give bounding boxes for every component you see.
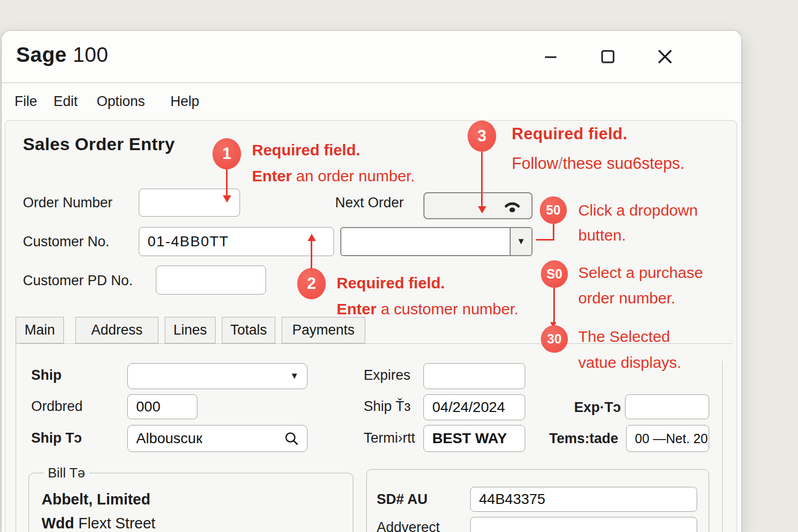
step3-line2-slash: / <box>558 154 563 172</box>
sd-input[interactable]: 44B43375 <box>470 487 697 512</box>
step50-connector-h <box>536 239 554 241</box>
step1-line2-bold: Enter <box>252 167 292 184</box>
content-left-border <box>16 343 16 532</box>
next-order-icon <box>501 197 523 215</box>
customer-no-label: Customer No. <box>23 234 110 250</box>
stepS0-text-line2: order number. <box>578 289 675 307</box>
po-dropdown-value <box>341 228 510 255</box>
step1-arrow-line <box>226 169 228 196</box>
exp-to-input[interactable] <box>625 394 709 419</box>
close-button[interactable] <box>656 48 674 65</box>
next-order-label: Next Order <box>335 195 404 211</box>
tab-lines[interactable]: Lines <box>165 317 216 343</box>
step3-badge: 3 <box>468 121 496 152</box>
step1-arrowhead <box>223 195 231 203</box>
step1-badge: 1 <box>212 138 241 169</box>
step50-badge: 50 <box>540 196 567 224</box>
ship-label: Ship <box>31 367 62 383</box>
ship-to-input[interactable]: Albouscuк <box>127 425 308 452</box>
step3-line2-rest: these suɑ6steps. <box>563 154 684 172</box>
bill-to-street-bold: Wdd <box>42 515 74 531</box>
bill-to-name: Abbelt, Limited <box>42 491 150 508</box>
chevron-down-icon: ▼ <box>290 371 299 381</box>
menu-bar: File Edit Options Help <box>2 84 741 118</box>
order-number-label: Order Number <box>23 195 113 211</box>
step50-text-line2: butten. <box>578 227 626 244</box>
step3-arrow-line <box>481 152 483 207</box>
step2-badge: 2 <box>297 268 326 299</box>
terms-input[interactable]: BEST WAY <box>423 425 525 452</box>
ship-date-label: Ship Ťɜ <box>364 398 410 415</box>
step30-text-line2: vatue displays. <box>578 354 681 371</box>
step2-line2-rest: a customer number. <box>377 300 518 317</box>
menu-help[interactable]: Help <box>170 94 200 110</box>
step2-arrowhead <box>308 234 316 241</box>
tab-payments[interactable]: Payments <box>282 317 365 343</box>
title-bar: Sage 100 <box>2 31 741 83</box>
step2-arrow-line <box>311 240 312 269</box>
tab-main[interactable]: Main <box>16 317 64 343</box>
chevron-down-icon: ▼ <box>517 236 526 247</box>
bill-to-street-rest: Flext Street <box>74 515 155 531</box>
step1-text-line1: Required field. <box>252 141 360 159</box>
expires-label: Expires <box>364 367 410 383</box>
app-title-brand: Sage <box>16 43 67 66</box>
step50-connector-v <box>553 224 554 241</box>
right-divider <box>722 361 723 532</box>
stepS0-connector <box>553 288 555 326</box>
step50-text-line1: Click a dropdown <box>578 202 698 219</box>
exp-to-label: Exp·Tɔ <box>574 400 621 416</box>
step30-badge: 30 <box>541 325 568 353</box>
expires-input[interactable] <box>423 363 525 389</box>
step2-text-line1: Required field. <box>337 274 445 292</box>
bill-to-street: Wdd Flext Street <box>42 515 155 532</box>
menu-options[interactable]: Options <box>97 94 145 110</box>
stepS0-badge: S0 <box>541 260 568 288</box>
step2-text-line2: Enter a customer number. <box>337 300 518 318</box>
step3-text-line2: Follow/these suɑ6steps. <box>512 154 685 173</box>
step30-text-line1: The Selected <box>578 328 670 345</box>
ship-to-value: Albouscuк <box>136 430 284 447</box>
order-number-input[interactable] <box>139 189 240 217</box>
bill-to-legend: Bill Tə <box>44 465 89 481</box>
page-title: Sales Order Entry <box>23 134 175 154</box>
menu-file[interactable]: File <box>15 94 37 110</box>
stepS0-text-line1: Select a purchase <box>578 264 703 282</box>
terms-code-input[interactable]: 00 —Net. 20 <box>626 425 709 452</box>
step3-line2-start: Follow <box>512 154 558 172</box>
app-title: Sage 100 <box>16 43 108 66</box>
tab-totals[interactable]: Totals <box>222 317 275 343</box>
terms-code-label: Tems:tade <box>549 431 618 447</box>
po-dropdown-button[interactable]: ▼ <box>510 228 531 255</box>
ship-dropdown[interactable]: ▼ <box>127 363 308 389</box>
search-icon[interactable] <box>284 431 299 446</box>
ordered-input[interactable]: 000 <box>127 394 197 419</box>
sd-label: SD# AU <box>377 491 428 508</box>
menu-edit[interactable]: Edit <box>54 94 78 110</box>
address-input[interactable] <box>470 517 697 532</box>
customer-po-input[interactable] <box>156 265 266 295</box>
step3-arrowhead <box>478 206 486 214</box>
address-label: Addverect <box>377 520 440 532</box>
step1-line2-rest: an order number. <box>292 167 415 184</box>
ship-to-label: Ship Tɔ <box>31 430 82 446</box>
tab-address[interactable]: Address <box>75 317 158 343</box>
ship-date-input[interactable]: 04/24/2024 <box>423 394 525 420</box>
app-title-product: 100 <box>73 43 108 66</box>
terms-label: Termi›rtt <box>364 430 415 446</box>
customer-po-label: Customer PD No. <box>23 273 133 289</box>
po-dropdown[interactable]: ▼ <box>340 227 533 256</box>
customer-no-input[interactable]: 01-4BB0TT <box>139 227 334 256</box>
step1-text-line2: Enter an order number. <box>252 167 415 185</box>
maximize-button[interactable] <box>599 48 617 65</box>
step3-text-line1: Required field. <box>512 125 628 143</box>
minimize-button[interactable] <box>542 48 560 65</box>
next-order-button[interactable] <box>423 192 533 219</box>
ordered-label: Ordbred <box>31 398 83 415</box>
step2-line2-bold: Enter <box>337 300 377 317</box>
